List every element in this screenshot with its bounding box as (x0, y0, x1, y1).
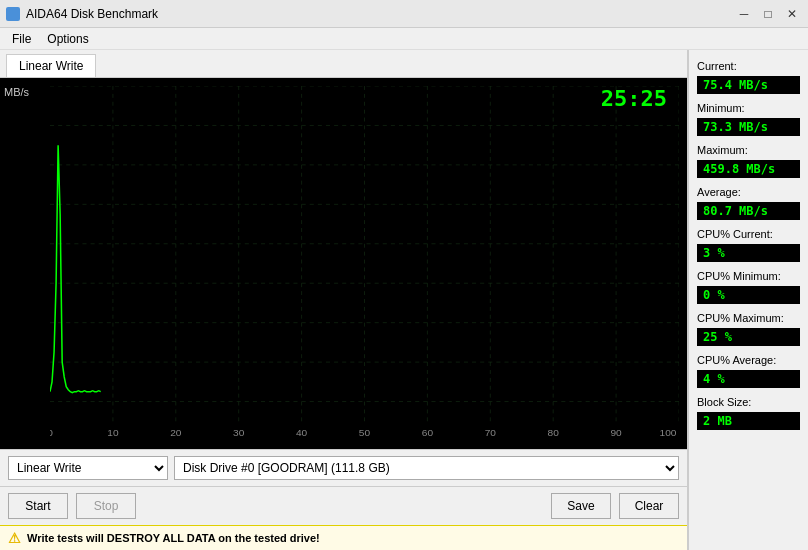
tab-bar: Linear Write (0, 50, 687, 78)
options-menu[interactable]: Options (39, 30, 96, 48)
svg-text:90: 90 (610, 427, 622, 438)
app-icon (6, 7, 20, 21)
maximum-value: 459.8 MB/s (697, 160, 800, 178)
minimize-button[interactable]: ─ (734, 4, 754, 24)
svg-text:80: 80 (548, 427, 560, 438)
right-panel: Current: 75.4 MB/s Minimum: 73.3 MB/s Ma… (688, 50, 808, 550)
svg-text:10: 10 (107, 427, 119, 438)
current-value: 75.4 MB/s (697, 76, 800, 94)
cpu-average-value: 4 % (697, 370, 800, 388)
block-size-label: Block Size: (697, 396, 800, 408)
warning-text: Write tests will DESTROY ALL DATA on the… (27, 532, 320, 544)
chart-timer: 25:25 (601, 86, 667, 111)
main-content: Linear Write MB/s 25:25 60 120 180 (0, 50, 808, 550)
window-title: AIDA64 Disk Benchmark (26, 7, 158, 21)
maximum-label: Maximum: (697, 144, 800, 156)
y-axis-label: MB/s (4, 86, 29, 98)
svg-text:30: 30 (233, 427, 245, 438)
chart-area: MB/s 25:25 60 120 180 240 300 360 (0, 78, 687, 449)
svg-text:40: 40 (296, 427, 308, 438)
svg-text:0: 0 (50, 427, 53, 438)
cpu-current-value: 3 % (697, 244, 800, 262)
svg-text:50: 50 (359, 427, 371, 438)
current-label: Current: (697, 60, 800, 72)
warning-icon: ⚠ (8, 530, 21, 546)
disk-dropdown[interactable]: Disk Drive #0 [GOODRAM] (111.8 GB) (174, 456, 679, 480)
controls-row: Linear Write Linear Read Random Read Ran… (0, 449, 687, 486)
maximize-button[interactable]: □ (758, 4, 778, 24)
average-value: 80.7 MB/s (697, 202, 800, 220)
cpu-maximum-value: 25 % (697, 328, 800, 346)
svg-text:20: 20 (170, 427, 182, 438)
menu-bar: File Options (0, 28, 808, 50)
file-menu[interactable]: File (4, 30, 39, 48)
test-type-dropdown[interactable]: Linear Write Linear Read Random Read Ran… (8, 456, 168, 480)
cpu-minimum-label: CPU% Minimum: (697, 270, 800, 282)
minimum-label: Minimum: (697, 102, 800, 114)
window-controls: ─ □ ✕ (734, 4, 802, 24)
average-label: Average: (697, 186, 800, 198)
warning-bar: ⚠ Write tests will DESTROY ALL DATA on t… (0, 525, 687, 550)
block-size-value: 2 MB (697, 412, 800, 430)
chart-svg: 60 120 180 240 300 360 420 480 540 (50, 86, 679, 441)
cpu-maximum-label: CPU% Maximum: (697, 312, 800, 324)
svg-text:60: 60 (422, 427, 434, 438)
stop-button[interactable]: Stop (76, 493, 136, 519)
buttons-row: Start Stop Save Clear (0, 486, 687, 525)
close-button[interactable]: ✕ (782, 4, 802, 24)
save-button[interactable]: Save (551, 493, 611, 519)
minimum-value: 73.3 MB/s (697, 118, 800, 136)
title-bar: AIDA64 Disk Benchmark ─ □ ✕ (0, 0, 808, 28)
clear-button[interactable]: Clear (619, 493, 679, 519)
start-button[interactable]: Start (8, 493, 68, 519)
left-panel: Linear Write MB/s 25:25 60 120 180 (0, 50, 688, 550)
linear-write-tab[interactable]: Linear Write (6, 54, 96, 77)
cpu-average-label: CPU% Average: (697, 354, 800, 366)
svg-text:100 %: 100 % (660, 427, 679, 438)
cpu-current-label: CPU% Current: (697, 228, 800, 240)
svg-text:70: 70 (485, 427, 497, 438)
cpu-minimum-value: 0 % (697, 286, 800, 304)
